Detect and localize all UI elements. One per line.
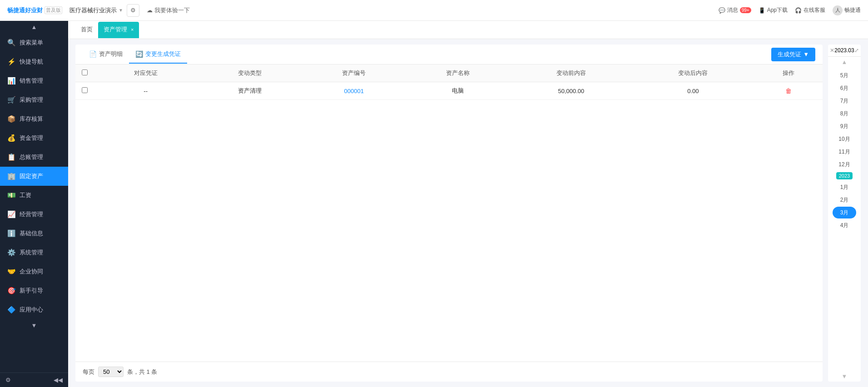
col-asset-name: 资产名称 xyxy=(406,64,510,82)
cal-month-4[interactable]: 4月 xyxy=(833,219,856,231)
tab-close-button[interactable]: × xyxy=(131,27,134,32)
payroll-icon: 💵 xyxy=(7,191,16,199)
funds-icon: 💰 xyxy=(7,134,16,142)
sidebar-item-label: 基础信息 xyxy=(20,229,43,238)
col-asset-no: 资产编号 xyxy=(302,64,406,82)
change-voucher-icon: 🔄 xyxy=(135,50,143,58)
sidebar-item-label: 经营管理 xyxy=(20,210,43,218)
row-change-type: 资产清理 xyxy=(198,82,302,100)
cal-month-11[interactable]: 11月 xyxy=(833,146,856,158)
sidebar-item-system[interactable]: ⚙️ 系统管理 xyxy=(0,243,68,262)
app-download-label: App下载 xyxy=(767,6,788,14)
sidebar-item-basic-info[interactable]: ℹ️ 基础信息 xyxy=(0,224,68,243)
messages-button[interactable]: 💬 消息 99+ xyxy=(719,6,751,14)
calendar-close-button[interactable]: ✕ xyxy=(830,47,834,54)
cal-year-2023[interactable]: 2023 xyxy=(836,172,853,179)
app-download-button[interactable]: 📱 App下载 xyxy=(759,6,788,14)
company-selector[interactable]: 医疗器械行业演示 ▼ xyxy=(69,6,123,15)
cal-month-12[interactable]: 12月 xyxy=(833,159,856,170)
calendar-scroll-down[interactable]: ▼ xyxy=(840,371,849,382)
per-page-label: 每页 xyxy=(83,368,94,376)
top-header: 畅捷通好业财 普及版 医疗器械行业演示 ▼ ⚙ ☁ 我要体验一下 💬 消息 99… xyxy=(0,0,868,21)
sidebar-item-operations[interactable]: 📈 经营管理 xyxy=(0,205,68,224)
generate-voucher-button[interactable]: 生成凭证 ▼ xyxy=(771,48,815,61)
sidebar-item-quicknav[interactable]: ⚡ 快捷导航 xyxy=(0,52,68,71)
sidebar-item-app-center[interactable]: 🔷 应用中心 xyxy=(0,300,68,319)
tab-asset-label: 资产管理 xyxy=(104,25,127,34)
sub-tab-change-voucher-label: 变更生成凭证 xyxy=(145,50,181,58)
sidebar-item-ledger[interactable]: 📋 总账管理 xyxy=(0,148,68,167)
sidebar-item-sales[interactable]: 📊 销售管理 xyxy=(0,71,68,90)
cal-month-1[interactable]: 1月 xyxy=(833,181,856,193)
sub-tab-change-voucher[interactable]: 🔄 变更生成凭证 xyxy=(129,45,187,64)
purchase-icon: 🛒 xyxy=(7,96,16,104)
calendar-panel: ✕ 2023.03 ⤢ ▲ 5月 6月 7月 8月 9月 10月 11月 12月… xyxy=(828,45,861,382)
online-service-button[interactable]: 🎧 在线客服 xyxy=(795,6,825,14)
sidebar-item-guide[interactable]: 🎯 新手引导 xyxy=(0,281,68,300)
user-profile[interactable]: 人 畅捷通 xyxy=(833,5,861,15)
sidebar-item-inventory[interactable]: 📦 库存核算 xyxy=(0,109,68,129)
sidebar-scroll-up[interactable]: ▲ xyxy=(0,21,68,33)
row-checkbox[interactable] xyxy=(82,87,88,93)
main-panel: 📄 资产明细 🔄 变更生成凭证 生成凭证 ▼ xyxy=(75,45,823,382)
sidebar-item-label: 系统管理 xyxy=(20,248,43,257)
basic-info-icon: ℹ️ xyxy=(7,229,16,238)
cal-month-8[interactable]: 8月 xyxy=(833,108,856,119)
tab-home-label: 首页 xyxy=(81,26,93,33)
sidebar-item-collaboration[interactable]: 🤝 企业协同 xyxy=(0,262,68,281)
sub-tabs-left: 📄 资产明细 🔄 变更生成凭证 xyxy=(83,45,187,64)
sidebar-item-fixed-assets[interactable]: 🏢 固定资产 xyxy=(0,167,68,186)
cal-month-5[interactable]: 5月 xyxy=(833,69,856,81)
sidebar-item-search[interactable]: 🔍 搜索菜单 xyxy=(0,33,68,52)
calendar-scroll-up[interactable]: ▲ xyxy=(840,57,849,67)
content-area: 首页 资产管理 × 📄 资产明细 🔄 xyxy=(68,21,868,387)
tab-home[interactable]: 首页 xyxy=(75,22,98,38)
system-icon: ⚙️ xyxy=(7,248,16,257)
sub-tab-asset-list[interactable]: 📄 资产明细 xyxy=(83,45,129,64)
col-after: 变动后内容 xyxy=(632,64,754,82)
quicknav-icon: ⚡ xyxy=(7,58,16,66)
cal-month-6[interactable]: 6月 xyxy=(833,82,856,94)
main-layout: ▲ 🔍 搜索菜单 ⚡ 快捷导航 📊 销售管理 🛒 采购管理 📦 库存核算 💰 资… xyxy=(0,21,868,387)
sidebar-item-payroll[interactable]: 💵 工资 xyxy=(0,186,68,205)
service-icon: 🎧 xyxy=(795,7,802,14)
ledger-icon: 📋 xyxy=(7,153,16,161)
sidebar-scroll-down[interactable]: ▼ xyxy=(0,319,68,332)
feedback-button[interactable]: ☁ 我要体验一下 xyxy=(147,6,190,15)
sidebar-item-purchase[interactable]: 🛒 采购管理 xyxy=(0,90,68,109)
inventory-icon: 📦 xyxy=(7,115,16,123)
bottom-settings-icon[interactable]: ⚙ xyxy=(5,377,11,383)
tab-asset-management[interactable]: 资产管理 × xyxy=(98,22,139,38)
sidebar-item-label: 总账管理 xyxy=(20,153,43,161)
select-all-header xyxy=(75,64,94,82)
messages-badge: 99+ xyxy=(740,7,751,13)
sidebar-item-funds[interactable]: 💰 资金管理 xyxy=(0,129,68,148)
app-center-icon: 🔷 xyxy=(7,306,16,314)
table-head: 对应凭证 变动类型 资产编号 资产名称 变动前内容 变动后内容 操作 xyxy=(75,64,823,82)
sales-icon: 📊 xyxy=(7,77,16,85)
row-before: 50,000.00 xyxy=(510,82,632,100)
tab-bar: 首页 资产管理 × xyxy=(68,21,868,39)
sidebar-item-label: 销售管理 xyxy=(20,77,43,85)
row-checkbox-cell xyxy=(75,82,94,100)
cal-month-9[interactable]: 9月 xyxy=(833,120,856,132)
calendar-title: 2023.03 xyxy=(834,47,854,54)
feedback-icon: ☁ xyxy=(147,7,153,14)
online-service-label: 在线客服 xyxy=(804,6,825,14)
cal-month-7[interactable]: 7月 xyxy=(833,95,856,107)
cal-month-3[interactable]: 3月 xyxy=(833,207,856,218)
sidebar-collapse-button[interactable]: ◀◀ xyxy=(54,377,63,383)
select-all-checkbox[interactable] xyxy=(82,69,88,75)
page-content: 📄 资产明细 🔄 变更生成凭证 生成凭证 ▼ xyxy=(68,39,868,387)
cal-month-2[interactable]: 2月 xyxy=(833,194,856,206)
calendar-months: 5月 6月 7月 8月 9月 10月 11月 12月 2023 1月 2月 3月… xyxy=(828,67,861,371)
delete-row-button[interactable]: 🗑 xyxy=(785,87,792,94)
col-before: 变动前内容 xyxy=(510,64,632,82)
calendar-expand-button[interactable]: ⤢ xyxy=(854,47,859,54)
page-size-select[interactable]: 50 10 20 100 xyxy=(98,367,124,377)
cal-month-10[interactable]: 10月 xyxy=(833,133,856,145)
sidebar-item-label: 新手引导 xyxy=(20,287,43,295)
collab-icon: 🤝 xyxy=(7,268,16,276)
table-header-row: 对应凭证 变动类型 资产编号 资产名称 变动前内容 变动后内容 操作 xyxy=(75,64,823,82)
settings-button[interactable]: ⚙ xyxy=(127,4,139,17)
